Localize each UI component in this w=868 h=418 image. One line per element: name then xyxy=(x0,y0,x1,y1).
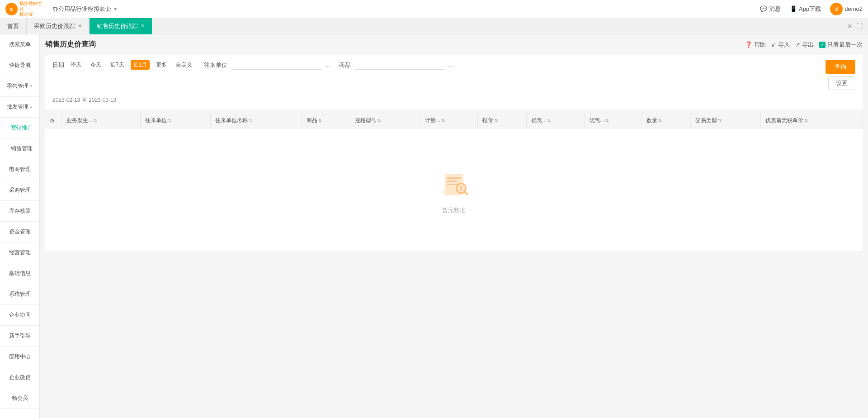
export-btn[interactable]: ↗ 导出 xyxy=(795,41,814,49)
workspace-name: 办公用品行业模拟账套 xyxy=(52,5,111,13)
tab-purchase-history[interactable]: 采购历史价跟踪 ✕ xyxy=(27,18,90,34)
sidebar-item-wholesale-mgmt[interactable]: 批发管理 xyxy=(0,97,39,118)
tab-window-actions: ✕ ⛶ xyxy=(847,23,868,30)
sidebar-item-search-menu[interactable]: 搜索菜单 xyxy=(0,34,39,55)
date-btn-today[interactable]: 今天 xyxy=(88,60,104,70)
empty-state: 暂元数据 xyxy=(45,128,863,251)
date-label: 日期 xyxy=(52,61,64,69)
sidebar-item-purchase-mgmt[interactable]: 采购管理 xyxy=(0,180,39,201)
date-btn-more[interactable]: 更多 xyxy=(153,60,170,70)
goods-input[interactable] xyxy=(354,61,445,70)
sidebar-item-finance-mgmt[interactable]: 资金管理 xyxy=(0,222,39,242)
th-quote[interactable]: 报价⇅ xyxy=(478,113,527,128)
tab-sales-close-icon[interactable]: ✕ xyxy=(141,23,145,29)
filter-actions-section: 查询 设置 xyxy=(826,60,855,90)
empty-text: 暂元数据 xyxy=(442,206,466,214)
sidebar-item-enterprise-collab[interactable]: 企业协同 xyxy=(0,305,39,326)
sidebar-item-ecommerce-mgmt[interactable]: 电商管理 xyxy=(0,159,39,180)
filter-top-row: 日期 昨天 今天 近7天 近1月 更多 自定义 往来单位 ... xyxy=(52,60,855,90)
only-last-checkbox-group[interactable]: ✓ 只看最后一次 xyxy=(819,41,863,49)
content-area: 销售历史价查询 ❓ 帮助 ↙ 导入 ↗ 导出 ✓ 只看最后一次 xyxy=(40,34,868,418)
sidebar-item-new-guide[interactable]: 新手引导 xyxy=(0,326,39,347)
tab-bar: 首页 采购历史价跟踪 ✕ 销售历史价跟踪 ✕ ✕ ⛶ xyxy=(0,18,868,34)
counterparty-more-icon[interactable]: ... xyxy=(325,62,330,68)
date-btn-custom[interactable]: 自定义 xyxy=(173,60,195,70)
svg-point-10 xyxy=(460,186,462,188)
filter-bar: 日期 昨天 今天 近7天 近1月 更多 自定义 往来单位 ... xyxy=(45,55,863,109)
goods-label: 商品 xyxy=(339,61,351,69)
goods-more-icon[interactable]: ... xyxy=(448,62,453,68)
th-unit[interactable]: 计量...⇅ xyxy=(420,113,478,128)
sidebar-item-member[interactable]: 畅会员 xyxy=(0,388,39,409)
help-btn[interactable]: ❓ 帮助 xyxy=(745,41,766,49)
only-last-checkbox[interactable]: ✓ xyxy=(819,42,826,48)
maximize-window-icon[interactable]: ⛶ xyxy=(856,23,863,30)
table-header: ⚙ 业务发生...⇅ 往来单位⇅ 往来单位名称⇅ 商品⇅ xyxy=(45,113,863,128)
th-goods[interactable]: 商品⇅ xyxy=(302,113,350,128)
date-btn-1month[interactable]: 近1月 xyxy=(131,60,150,70)
date-range-display: 2023-02-18 至 2023-03-18 xyxy=(52,96,855,104)
counterparty-label: 往来单位 xyxy=(204,61,227,69)
workspace-area: 办公用品行业模拟账套 ▾ xyxy=(45,5,760,13)
date-btn-7days[interactable]: 近7天 xyxy=(108,60,127,70)
svg-rect-5 xyxy=(447,180,457,182)
filter-settings-button[interactable]: 设置 xyxy=(828,76,855,90)
page-actions: ❓ 帮助 ↙ 导入 ↗ 导出 ✓ 只看最后一次 xyxy=(745,41,863,49)
sidebar-item-sys-mgmt[interactable]: 系统管理 xyxy=(0,284,39,305)
import-icon: ↙ xyxy=(771,41,776,48)
settings-icon[interactable]: ⚙ xyxy=(50,118,55,124)
th-settings[interactable]: ⚙ xyxy=(45,113,61,128)
sidebar-item-ops-mgmt[interactable]: 经营管理 xyxy=(0,242,39,263)
message-btn[interactable]: 💬 消息 xyxy=(760,5,781,13)
page-title: 销售历史价查询 xyxy=(45,40,96,49)
mobile-icon: 📱 xyxy=(790,5,797,12)
date-filter-group: 日期 昨天 今天 近7天 近1月 更多 自定义 xyxy=(52,60,195,70)
header-right: 💬 消息 📱 App下载 d demo2 xyxy=(760,3,863,15)
close-window-icon[interactable]: ✕ xyxy=(847,23,853,30)
app-download-btn[interactable]: 📱 App下载 xyxy=(790,5,821,13)
sidebar-item-enterprise-wechat[interactable]: 企业微信 xyxy=(0,367,39,388)
sidebar-item-app-center[interactable]: 应用中心 xyxy=(0,347,39,367)
sidebar-item-retail-mgmt[interactable]: 零售管理 xyxy=(0,76,39,97)
svg-text:G: G xyxy=(10,7,13,12)
search-button[interactable]: 查询 xyxy=(826,60,855,74)
th-counterparty-code[interactable]: 往来单位⇅ xyxy=(140,113,210,128)
th-biz-date[interactable]: 业务发生...⇅ xyxy=(61,113,140,128)
th-pre-tax-price[interactable]: 优惠前无税单价⇅ xyxy=(760,113,862,128)
th-counterparty-name[interactable]: 往来单位名称⇅ xyxy=(210,113,302,128)
help-icon: ❓ xyxy=(745,41,752,48)
sidebar-item-inventory[interactable]: 库存核算 xyxy=(0,201,39,222)
data-table: ⚙ 业务发生...⇅ 往来单位⇅ 往来单位名称⇅ 商品⇅ xyxy=(45,113,863,128)
sidebar-item-sales-mgmt[interactable]: 销售管理 xyxy=(0,138,39,159)
th-trade-type[interactable]: 交易类型⇅ xyxy=(690,113,760,128)
logo-area: G 畅捷通好生意 标准版 xyxy=(5,1,45,17)
logo-text: 畅捷通好生意 标准版 xyxy=(19,1,45,17)
tab-purchase-close-icon[interactable]: ✕ xyxy=(78,23,82,29)
data-table-wrapper: ⚙ 业务发生...⇅ 往来单位⇅ 往来单位名称⇅ 商品⇅ xyxy=(45,113,863,251)
th-spec[interactable]: 规格型号⇅ xyxy=(350,113,420,128)
page-header: 销售历史价查询 ❓ 帮助 ↙ 导入 ↗ 导出 ✓ 只看最后一次 xyxy=(45,40,863,49)
tab-home[interactable]: 首页 xyxy=(0,18,27,34)
import-btn[interactable]: ↙ 导入 xyxy=(771,41,790,49)
message-icon: 💬 xyxy=(760,5,767,12)
workspace-dropdown-icon[interactable]: ▾ xyxy=(114,5,117,12)
top-header: G 畅捷通好生意 标准版 办公用品行业模拟账套 ▾ 💬 消息 📱 App下载 d… xyxy=(0,0,868,18)
th-discount1[interactable]: 优惠...⇅ xyxy=(527,113,584,128)
avatar: d xyxy=(830,3,843,15)
table-header-row: ⚙ 业务发生...⇅ 往来单位⇅ 往来单位名称⇅ 商品⇅ xyxy=(45,113,863,128)
svg-rect-4 xyxy=(447,177,461,179)
sidebar-item-quick-nav[interactable]: 快捷导航 xyxy=(0,55,39,76)
sidebar-item-marketing[interactable]: 营销推广 xyxy=(0,118,39,138)
counterparty-input[interactable] xyxy=(231,61,321,70)
tab-sales-history[interactable]: 销售历史价跟踪 ✕ xyxy=(90,18,152,34)
counterparty-filter-group: 往来单位 ... xyxy=(204,61,330,70)
goods-filter-group: 商品 ... xyxy=(339,61,453,70)
sidebar-item-basic-info[interactable]: 基础信息 xyxy=(0,263,39,284)
date-btn-yesterday[interactable]: 昨天 xyxy=(68,60,84,70)
th-quantity[interactable]: 数量⇅ xyxy=(642,113,691,128)
date-range-text: 2023-02-18 至 2023-03-18 xyxy=(52,97,116,103)
logo-icon: G xyxy=(5,3,18,15)
th-discount2[interactable]: 优惠...⇅ xyxy=(584,113,642,128)
user-menu[interactable]: d demo2 xyxy=(830,3,863,15)
export-icon: ↗ xyxy=(795,41,800,48)
